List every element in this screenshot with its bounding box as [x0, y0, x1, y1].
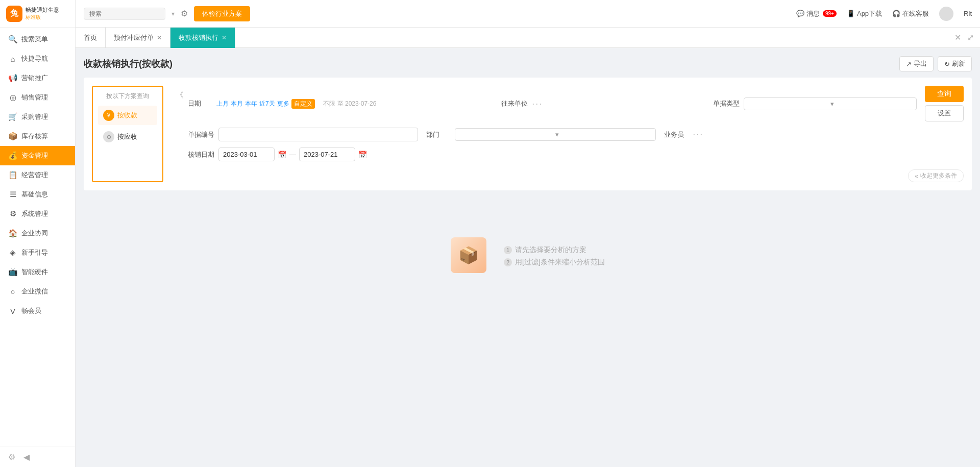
panel-collapse-btn[interactable]: 《	[172, 90, 188, 101]
nav-label-5: 库存核算	[21, 132, 48, 141]
app-download-item[interactable]: 📱 App下载	[847, 9, 882, 18]
sidebar-item-3[interactable]: ◎销售管理	[0, 88, 75, 107]
date-label: 日期	[188, 99, 212, 108]
sidebar-item-7[interactable]: 📋经营管理	[0, 165, 75, 185]
sidebar-item-13[interactable]: ○企业微信	[0, 282, 75, 301]
avatar	[939, 7, 953, 21]
dept-select[interactable]: ▾	[455, 128, 656, 141]
expand-icon[interactable]: ⤢	[965, 31, 976, 44]
date-custom-tag[interactable]: 自定义	[291, 99, 315, 109]
download-icon: 📱	[847, 10, 855, 17]
verify-date-range: 📅 — 📅	[218, 148, 367, 161]
date-this-year[interactable]: 本年	[245, 100, 257, 108]
date-last-month[interactable]: 上月	[216, 100, 229, 108]
sidebar-item-14[interactable]: V畅会员	[0, 301, 75, 321]
filter-collapse-row: « 收起更多条件	[188, 169, 964, 182]
filter-row-3: 核销日期 📅 — 📅	[188, 148, 964, 161]
verify-date-end-input[interactable]	[299, 148, 355, 161]
sidebar-item-5[interactable]: 📦库存核算	[0, 127, 75, 146]
query-button[interactable]: 查询	[925, 86, 964, 102]
service-icon: 🎧	[892, 10, 900, 17]
sidebar-bottom: ⚙ ◀	[0, 447, 75, 467]
tab-close-2[interactable]: ✕	[222, 34, 227, 41]
search-input[interactable]	[84, 8, 165, 20]
message-item[interactable]: 💬 消息 99+	[796, 9, 837, 18]
doc-type-label: 单据类型	[713, 99, 740, 108]
sidebar-item-2[interactable]: 📢营销推广	[0, 68, 75, 88]
tab-1[interactable]: 预付冲应付单✕	[106, 28, 170, 48]
query-type-by-receipt[interactable]: ¥ 按收款	[98, 106, 157, 125]
calendar-start-icon[interactable]: 📅	[278, 151, 286, 159]
verify-date-label: 核销日期	[188, 150, 214, 159]
main-area: ▾ ⚙ 体验行业方案 💬 消息 99+ 📱 App下载 🎧 在线客服 Rit 首…	[76, 0, 980, 467]
nav-icon-6: 💰	[8, 151, 17, 160]
page-actions: ↗ 导出 ↻ 刷新	[899, 56, 972, 71]
online-service-item[interactable]: 🎧 在线客服	[892, 9, 929, 18]
logo-sub: 标准版	[26, 14, 59, 21]
topbar-right: 💬 消息 99+ 📱 App下载 🎧 在线客服 Rit	[796, 7, 972, 21]
settings-icon[interactable]: ⚙	[8, 452, 15, 462]
sidebar-item-12[interactable]: 📺智能硬件	[0, 262, 75, 282]
sidebar-item-6[interactable]: 💰资金管理	[0, 146, 75, 165]
date-7days[interactable]: 近7天	[259, 100, 275, 108]
sidebar-item-11[interactable]: ◈新手引导	[0, 243, 75, 262]
tab-0[interactable]: 首页	[76, 28, 106, 48]
nav-icon-5: 📦	[8, 132, 17, 141]
party-input-dots[interactable]: ···	[532, 99, 543, 109]
sidebar-item-10[interactable]: 🏠企业协同	[0, 224, 75, 243]
calendar-end-icon[interactable]: 📅	[358, 151, 367, 159]
nav-icon-8: ☰	[8, 190, 17, 199]
message-icon: 💬	[796, 10, 804, 17]
receipt-icon: ¥	[103, 110, 114, 121]
setting-button[interactable]: 设置	[925, 105, 964, 121]
dept-filter: 部门 ▾	[426, 128, 656, 141]
staff-input-dots[interactable]: ···	[693, 129, 703, 140]
sidebar-item-4[interactable]: 🛒采购管理	[0, 107, 75, 127]
date-more[interactable]: 更多	[277, 100, 289, 108]
topbar: ▾ ⚙ 体验行业方案 💬 消息 99+ 📱 App下载 🎧 在线客服 Rit	[76, 0, 980, 28]
date-no-limit: 不限	[323, 100, 335, 108]
collapse-more-button[interactable]: « 收起更多条件	[908, 169, 964, 182]
doc-no-label: 单据编号	[188, 130, 214, 139]
close-window-icon[interactable]: ✕	[952, 31, 963, 44]
date-this-month[interactable]: 本月	[231, 100, 243, 108]
nav-label-1: 快捷导航	[21, 54, 48, 63]
nav-label-12: 智能硬件	[21, 267, 48, 277]
doc-type-chevron: ▾	[830, 100, 912, 108]
nav-label-0: 搜索菜单	[21, 35, 48, 44]
doc-no-filter: 单据编号	[188, 128, 418, 141]
export-button[interactable]: ↗ 导出	[899, 56, 934, 71]
solution-button[interactable]: 体验行业方案	[194, 6, 250, 21]
sidebar-item-0[interactable]: 🔍搜索菜单	[0, 30, 75, 49]
nav-icon-12: 📺	[8, 267, 17, 277]
tab-label-2: 收款核销执行	[179, 33, 218, 42]
gear-icon[interactable]: ⚙	[181, 9, 188, 18]
party-label: 往来单位	[501, 99, 528, 108]
sidebar-nav: 🔍搜索菜单⌂快捷导航📢营销推广◎销售管理🛒采购管理📦库存核算💰资金管理📋经营管理…	[0, 28, 75, 447]
collapse-sidebar-icon[interactable]: ◀	[23, 452, 30, 462]
chevron-down-icon[interactable]: ▾	[172, 10, 175, 17]
empty-state: 📦 1 请先选择要分析的方案 2 用[过滤]条件来缩小分析范围	[84, 196, 972, 319]
filter-actions: 查询 设置	[925, 86, 964, 121]
date-separator: —	[289, 151, 296, 158]
tab-label-1: 预付冲应付单	[114, 33, 154, 42]
tab-close-1[interactable]: ✕	[157, 34, 162, 41]
nav-icon-11: ◈	[8, 248, 17, 257]
doc-no-input[interactable]	[218, 128, 418, 141]
refresh-button[interactable]: ↻ 刷新	[938, 56, 972, 71]
username: Rit	[964, 10, 972, 17]
party-filter: 往来单位 ···	[501, 99, 705, 109]
nav-label-14: 畅会员	[21, 306, 41, 315]
nav-label-10: 企业协同	[21, 229, 48, 238]
filter-fields: 日期 上月 本月 本年 近7天 更多 自定义 不限 至 2023-07-26	[188, 86, 964, 182]
doc-type-select[interactable]: ▾	[744, 97, 917, 110]
sidebar-item-9[interactable]: ⚙系统管理	[0, 204, 75, 224]
verify-date-start-input[interactable]	[218, 148, 275, 161]
tab-2[interactable]: 收款核销执行✕	[170, 28, 235, 48]
tabs-actions: ✕ ⤢	[952, 31, 980, 44]
query-type-by-receivable[interactable]: ⊙ 按应收	[98, 127, 157, 146]
message-badge: 99+	[823, 10, 837, 17]
sidebar-item-1[interactable]: ⌂快捷导航	[0, 49, 75, 68]
date-to-text: 至 2023-07-26	[337, 100, 377, 108]
sidebar-item-8[interactable]: ☰基础信息	[0, 185, 75, 204]
